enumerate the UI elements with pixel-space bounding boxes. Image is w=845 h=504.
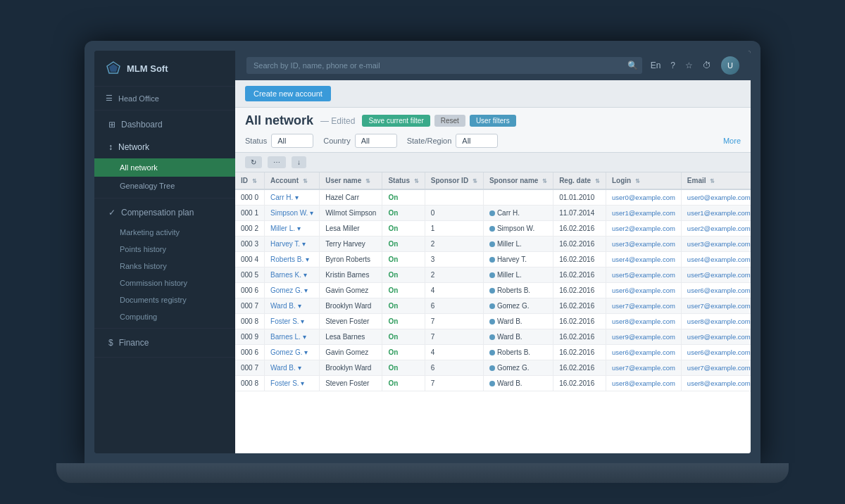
col-id[interactable]: ID ⇅ (235, 172, 265, 189)
users-table: ID ⇅ Account ⇅ User name ⇅ Status ⇅ Spon… (235, 172, 751, 391)
cell-reg-date: 16.02.2016 (553, 267, 606, 283)
col-sponsor-name[interactable]: Sponsor name ⇅ (483, 172, 553, 189)
cell-sponsor-name: Ward B. (483, 329, 553, 345)
cell-account[interactable]: Gomez G. ▾ (265, 283, 320, 298)
col-reg-date[interactable]: Reg. date ⇅ (553, 172, 606, 189)
cell-account[interactable]: Ward B. ▾ (265, 360, 320, 376)
columns-button[interactable]: ⋯ (268, 156, 286, 168)
sidebar-item-finance[interactable]: $ Finance (94, 332, 235, 354)
cell-username: Lesa Barnes (320, 329, 382, 345)
cell-status: On (382, 189, 425, 206)
cell-username: Steven Foster (320, 376, 382, 391)
user-filters-button[interactable]: User filters (470, 115, 516, 127)
refresh-button[interactable]: ↻ (245, 156, 262, 168)
cell-status: On (382, 267, 425, 283)
create-account-button[interactable]: Create new account (245, 86, 331, 101)
table-row[interactable]: 000 6 Gomez G. ▾ Gavin Gomez On 4 Robert… (235, 283, 751, 298)
col-account[interactable]: Account ⇅ (265, 172, 320, 189)
cell-id: 000 4 (235, 252, 265, 267)
cell-account[interactable]: Foster S. ▾ (265, 376, 320, 391)
cell-email: user2@example.com (681, 221, 751, 237)
cell-account[interactable]: Miller L. ▾ (265, 221, 320, 237)
clock-icon[interactable]: ⏱ (703, 61, 711, 70)
cell-id: 000 6 (235, 345, 265, 360)
cell-account[interactable]: Harvey T. ▾ (265, 237, 320, 252)
col-status[interactable]: Status ⇅ (382, 172, 425, 189)
page-edited-label: — Edited (320, 116, 355, 126)
star-icon[interactable]: ☆ (685, 61, 693, 70)
cell-login: user3@example.com (606, 237, 681, 252)
table-row[interactable]: 000 8 Foster S. ▾ Steven Foster On 7 War… (235, 314, 751, 329)
sidebar-item-computing[interactable]: Computing (94, 308, 235, 325)
page-header: All network — Edited Save current filter… (235, 108, 751, 153)
col-username[interactable]: User name ⇅ (320, 172, 382, 189)
reset-button[interactable]: Reset (434, 115, 465, 127)
user-avatar[interactable]: U (721, 56, 739, 75)
sidebar-item-marketing[interactable]: Marketing activity (94, 224, 235, 241)
cell-account[interactable]: Barnes K. ▾ (265, 267, 320, 283)
cell-account[interactable]: Foster S. ▾ (265, 314, 320, 329)
cell-login: user8@example.com (606, 314, 681, 329)
cell-status: On (382, 314, 425, 329)
cell-login: user9@example.com (606, 329, 681, 345)
sidebar-item-ranks-history[interactable]: Ranks history (94, 258, 235, 275)
cell-username: Gavin Gomez (320, 283, 382, 298)
table-row[interactable]: 000 7 Ward B. ▾ Brooklyn Ward On 6 Gomez… (235, 360, 751, 376)
cell-account[interactable]: Ward B. ▾ (265, 298, 320, 314)
help-icon[interactable]: ? (670, 61, 675, 70)
head-office-menu[interactable]: ☰ Head Office (94, 87, 235, 111)
cell-sponsor-id: 6 (425, 360, 483, 376)
ranks-history-label: Ranks history (120, 262, 167, 270)
cell-account[interactable]: Carr H. ▾ (265, 189, 320, 206)
content-toolbar: Create new account (235, 80, 751, 108)
cell-email: user8@example.com (681, 314, 751, 329)
table-row[interactable]: 000 2 Miller L. ▾ Lesa Miller On 1 Simps… (235, 221, 751, 237)
cell-account[interactable]: Roberts B. ▾ (265, 252, 320, 267)
status-filter-select[interactable]: All (271, 134, 313, 148)
cell-email: user7@example.com (681, 298, 751, 314)
table-row[interactable]: 000 8 Foster S. ▾ Steven Foster On 7 War… (235, 376, 751, 391)
cell-account[interactable]: Simpson W. ▾ (265, 206, 320, 221)
sidebar-item-commission-history[interactable]: Commission history (94, 275, 235, 291)
sidebar-item-network[interactable]: ↕ Network (94, 136, 235, 158)
cell-status: On (382, 345, 425, 360)
search-input[interactable] (246, 57, 642, 74)
search-button[interactable]: 🔍 (627, 61, 638, 70)
network-icon: ↕ (108, 142, 113, 152)
sidebar-item-all-network[interactable]: All network (94, 158, 235, 177)
state-filter-select[interactable]: All (456, 134, 498, 148)
sidebar-item-genealogy-tree[interactable]: Genealogy Tree (94, 177, 235, 195)
sidebar-item-documents-registry[interactable]: Documents registry (94, 291, 235, 308)
cell-login: user5@example.com (606, 267, 681, 283)
col-login[interactable]: Login ⇅ (606, 172, 681, 189)
table-row[interactable]: 000 7 Ward B. ▾ Brooklyn Ward On 6 Gomez… (235, 298, 751, 314)
genealogy-tree-label: Genealogy Tree (120, 182, 175, 190)
page-title-row: All network — Edited Save current filter… (245, 113, 741, 128)
col-sponsor-id[interactable]: Sponsor ID ⇅ (425, 172, 483, 189)
cell-reg-date: 16.02.2016 (553, 376, 606, 391)
save-filter-button[interactable]: Save current filter (362, 115, 430, 127)
more-filters-link[interactable]: More (723, 137, 741, 145)
sidebar-item-dashboard[interactable]: ⊞ Dashboard (94, 113, 235, 136)
country-filter-select[interactable]: All (355, 134, 397, 148)
col-email[interactable]: Email ⇅ (681, 172, 751, 189)
cell-account[interactable]: Gomez G. ▾ (265, 345, 320, 360)
table-row[interactable]: 000 6 Gomez G. ▾ Gavin Gomez On 4 Robert… (235, 345, 751, 360)
table-row[interactable]: 000 0 Carr H. ▾ Hazel Carr On 01.01.2010… (235, 189, 751, 206)
export-button[interactable]: ↓ (292, 156, 306, 168)
laptop-screen-border: MLM Soft ☰ Head Office ⊞ Dashboard ↕ Net… (84, 41, 760, 463)
cell-status: On (382, 221, 425, 237)
cell-account[interactable]: Barnes L. ▾ (265, 329, 320, 345)
cell-email: user6@example.com (681, 345, 751, 360)
cell-sponsor-name: Gomez G. (483, 360, 553, 376)
table-row[interactable]: 000 5 Barnes K. ▾ Kristin Barnes On 2 Mi… (235, 267, 751, 283)
lang-selector[interactable]: En (651, 61, 661, 70)
sidebar-item-points-history[interactable]: Points history (94, 241, 235, 258)
table-row[interactable]: 000 3 Harvey T. ▾ Terry Harvey On 2 Mill… (235, 237, 751, 252)
table-row[interactable]: 000 1 Simpson W. ▾ Wilmot Simpson On 0 C… (235, 206, 751, 221)
table-row[interactable]: 000 4 Roberts B. ▾ Byron Roberts On 3 Ha… (235, 252, 751, 267)
cell-login: user1@example.com (606, 206, 681, 221)
sidebar-item-compensation-plan[interactable]: ✓ Compensation plan (94, 201, 235, 224)
table-row[interactable]: 000 9 Barnes L. ▾ Lesa Barnes On 7 Ward … (235, 329, 751, 345)
cell-id: 000 3 (235, 237, 265, 252)
